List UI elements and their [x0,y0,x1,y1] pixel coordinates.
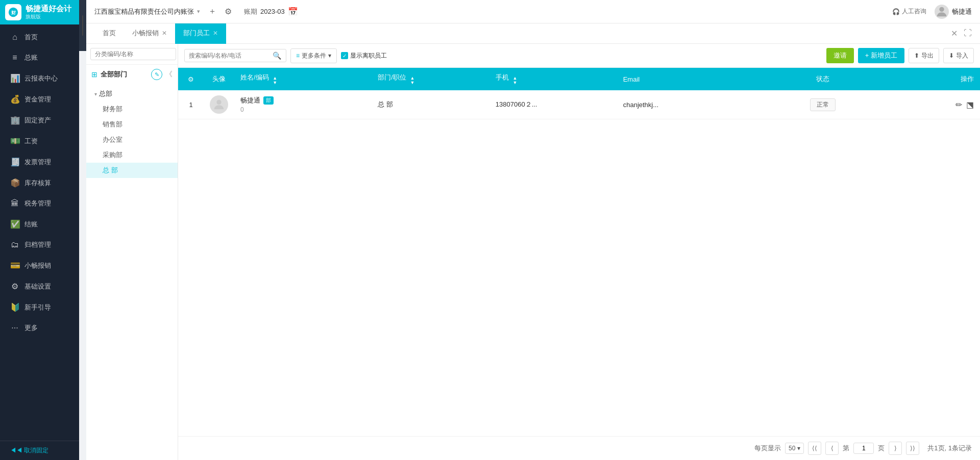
th-dept[interactable]: 部门/职位 ▲▼ [372,68,489,90]
sidebar-scroll[interactable] [79,0,86,51]
sidebar-item-fund-management[interactable]: 💰 资金管理 [0,89,79,110]
filter-button[interactable]: ≡ 更多条件 ▾ [290,48,337,63]
svg-point-3 [939,7,944,11]
export-icon: ⬆ [914,52,919,59]
sidebar-item-archive[interactable]: 🗂 归档管理 [0,235,79,255]
page-last-button[interactable]: ⟩⟩ [906,442,919,455]
export-button[interactable]: ⬆ 导出 [909,48,939,63]
tab-expand-button[interactable]: ⛶ [964,29,972,38]
dept-item-office[interactable]: 办公室 [86,132,178,147]
home-icon: ⌂ [10,33,19,42]
tab-dept-employee-close[interactable]: ✕ [213,30,218,37]
dept-collapse-icon[interactable]: 《 [165,70,173,79]
page-next-button[interactable]: ⟩ [889,442,902,455]
sidebar-item-xiaochang-expense[interactable]: 💳 小畅报销 [0,255,79,276]
svg-rect-2 [82,15,83,36]
cancel-pin-label: ◀◀ 取消固定 [10,446,48,455]
row-num: 1 [178,90,204,119]
new-employee-button[interactable]: + 新增员工 [858,48,904,63]
invite-button[interactable]: 邀请 [826,48,854,63]
topbar-settings-icon[interactable]: ⚙ [225,7,232,16]
per-page-select[interactable]: 50 ▾ [785,443,804,454]
filter-icon: ≡ [296,52,300,59]
dept-item-procurement[interactable]: 采购部 [86,147,178,163]
employee-search-input[interactable] [189,52,271,59]
add-account-button[interactable]: ＋ [208,6,216,17]
sidebar-item-basic-settings[interactable]: ⚙ 基础设置 [0,276,79,297]
tab-xiaochang[interactable]: 小畅报销 ✕ [124,23,175,44]
show-resigned-toggle[interactable]: ✓ 显示离职员工 [341,52,387,60]
page-first-button[interactable]: ⟨⟨ [808,442,821,455]
sidebar-item-settlement[interactable]: ✅ 结账 [0,214,79,235]
import-label: 导入 [956,52,968,60]
tab-dept-employee[interactable]: 部门员工 ✕ [175,23,226,44]
cancel-pin-button[interactable]: ◀◀ 取消固定 [0,441,79,460]
dept-search-row: 🔍 [86,44,178,65]
calendar-icon[interactable]: 📅 [288,7,298,16]
tab-close-window-button[interactable]: ✕ [951,29,958,38]
per-page-label: 每页显示 [754,444,781,453]
dept-item-finance[interactable]: 财务部 [86,101,178,117]
import-icon: ⬇ [949,52,954,59]
user-menu[interactable]: 畅捷通 [935,5,972,19]
sidebar-item-label: 固定资产 [24,116,51,125]
employee-table-wrap: ⚙ 头像 姓名/编码 ▲▼ 部门/职位 ▲▼ 手机 [178,68,980,436]
page-label-pre: 第 [843,444,849,453]
sidebar-item-inventory[interactable]: 📦 库存核算 [0,172,79,193]
dept-group-label: 总部 [99,89,112,98]
period-selector: 账期 2023-03 📅 [244,7,298,16]
sidebar-logo[interactable]: 财 畅捷通好会计 旗舰版 [0,0,79,24]
dept-item-sales[interactable]: 销售部 [86,117,178,132]
th-settings[interactable]: ⚙ [178,68,204,90]
sidebar-item-label: 库存核算 [24,178,51,188]
all-departments-header[interactable]: ⊞ 全部部门 ✎ 《 [86,65,178,84]
th-avatar: 头像 [204,68,234,90]
sidebar-item-report-center[interactable]: 📊 云报表中心 [0,68,79,89]
page-total: 共1页, 1条记录 [927,444,972,453]
filter-chevron-icon: ▾ [328,52,331,59]
department-tree: ▾ 总部 财务部 销售部 办公室 采购部 [86,84,178,460]
table-header: ⚙ 头像 姓名/编码 ▲▼ 部门/职位 ▲▼ 手机 [178,68,980,90]
sidebar-item-newbie-guide[interactable]: 🔰 新手引导 [0,297,79,318]
page-prev-button[interactable]: ⟨ [825,442,839,455]
sidebar-item-salary[interactable]: 💵 工资 [0,131,79,151]
th-name[interactable]: 姓名/编码 ▲▼ [234,68,372,90]
sidebar-item-fixed-assets[interactable]: 🏢 固定资产 [0,110,79,131]
dept-group-header-general[interactable]: ▾ 总部 [86,86,178,101]
company-selector[interactable]: 江西服宝精品有限责任公司内账张 ▾ [94,7,200,16]
th-phone[interactable]: 手机 ▲▼ [489,68,617,90]
dept-search-input[interactable] [90,48,176,60]
tax-icon: 🏛 [10,199,19,208]
employee-search-wrap: 🔍 [184,49,286,62]
sidebar-item-label: 税务管理 [24,199,51,208]
tab-home[interactable]: 首页 [94,23,124,44]
salary-icon: 💵 [10,136,19,146]
archive-icon: 🗂 [10,240,19,249]
tab-xiaochang-label: 小畅报销 [132,29,159,38]
employee-search-icon[interactable]: 🔍 [273,52,281,60]
sidebar-item-tax[interactable]: 🏛 税务管理 [0,193,79,214]
logout-button[interactable]: ⬔ [966,100,974,110]
sidebar-item-invoice[interactable]: 🧾 发票管理 [0,151,79,172]
avatar [935,5,949,19]
sidebar-item-label: 基础设置 [24,282,51,291]
sidebar-item-home[interactable]: ⌂ 首页 [0,27,79,47]
period-value[interactable]: 2023-03 [260,8,285,15]
consult-button[interactable]: 🎧 人工咨询 [892,7,926,16]
settings-icon: ⚙ [10,282,19,291]
tab-xiaochang-close[interactable]: ✕ [162,30,167,37]
tabs-actions: ✕ ⛶ [951,29,972,38]
invoice-icon: 🧾 [10,157,19,167]
sidebar-item-general-ledger[interactable]: ≡ 总账 [0,47,79,68]
dept-edit-button[interactable]: ✎ [151,69,162,80]
show-resigned-checkbox[interactable]: ✓ [341,52,348,59]
sidebar-item-label: 新手引导 [24,303,51,312]
sidebar-item-label: 小畅报销 [24,261,51,270]
dept-group-general: ▾ 总部 财务部 销售部 办公室 采购部 [86,86,178,178]
dept-item-general-hq[interactable]: 总 部 [86,163,178,178]
sidebar-item-label: 发票管理 [24,158,51,167]
page-number-input[interactable] [853,443,874,454]
import-button[interactable]: ⬇ 导入 [943,48,974,63]
sidebar-item-more[interactable]: ··· 更多 [0,318,79,338]
edit-button[interactable]: ✏ [955,100,962,110]
